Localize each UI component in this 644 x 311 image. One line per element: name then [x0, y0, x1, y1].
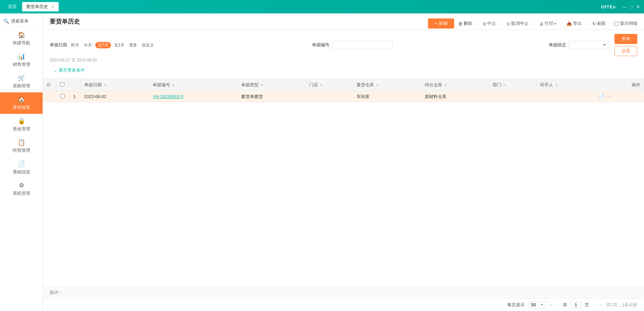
brand-label: OfTEn	[601, 4, 616, 9]
show-detail-checkbox-input[interactable]	[614, 21, 619, 26]
row-doc-date: 2023-06-02	[80, 91, 149, 102]
page-input[interactable]	[570, 301, 582, 308]
col-pending-warehouse-label: 待出仓库	[425, 82, 442, 87]
col-department[interactable]: 部门 ⇅	[489, 79, 537, 91]
col-req-warehouse[interactable]: 要货仓库 ⇅	[353, 79, 421, 91]
expand-more-btn[interactable]: ⌄ 展开更多条件	[50, 66, 89, 75]
filter-area: 单据日期 昨天 今天 近7天 近1月 更多 自定义 单据编号	[43, 30, 644, 79]
col-doc-no[interactable]: 单据编号 ⇅	[149, 79, 238, 91]
refresh-button[interactable]: ↻ 刷新	[590, 19, 608, 28]
sort-department-icon[interactable]: ⇅	[503, 83, 506, 87]
sidebar-item-purchase-mgmt[interactable]: 🛒 采购管理	[0, 71, 43, 92]
date-btn-yesterday[interactable]: 昨天	[70, 42, 80, 48]
col-doc-date-label: 单据日期	[84, 82, 102, 87]
tab-home[interactable]: 首页	[4, 2, 21, 11]
col-doc-no-label: 单据编号	[153, 82, 170, 87]
date-range-text: 2023-05-27 至 2023-06-02	[50, 57, 97, 63]
export-button[interactable]: 📤 导出	[565, 19, 584, 28]
new-button[interactable]: + 新增	[428, 18, 454, 29]
export-icon: 📤	[567, 21, 572, 26]
sidebar-item-system-mgmt[interactable]: ⚙ 系统管理	[0, 178, 43, 200]
sidebar-item-operations-mgmt[interactable]: 📋 经营管理	[0, 135, 43, 157]
page-size-label: 每页显示	[507, 302, 525, 308]
print-button[interactable]: 🖨 打印 ▾	[537, 19, 558, 28]
purchase-mgmt-icon: 🛒	[18, 74, 25, 82]
settings-gear-icon[interactable]: ⚙	[46, 82, 51, 88]
doc-no-label: 单据编号	[312, 42, 329, 48]
sidebar-item-basic-info[interactable]: 📄 基础信息	[0, 157, 43, 178]
select-all-checkbox[interactable]	[60, 82, 64, 87]
date-btn-more[interactable]: 更多	[128, 42, 139, 48]
show-detail-label: 显示明细	[620, 20, 637, 27]
first-page-btn[interactable]: «	[548, 302, 553, 308]
sidebar-item-inventory[interactable]: 🏠 库存核算	[0, 92, 43, 114]
sidebar: 🔍 搜索菜单 🏠 快捷导航 📊 销售管理 🛒 采购管理 🏠 库存核算 🔒 资金管…	[0, 13, 43, 311]
date-btn-last-month[interactable]: 近1月	[113, 42, 126, 48]
date-filter-label: 单据日期	[50, 42, 67, 48]
close-window-btn[interactable]: ✕	[636, 4, 640, 9]
sidebar-item-sales-mgmt[interactable]: 📊 销售管理	[0, 49, 43, 71]
sort-store-icon[interactable]: ⇅	[320, 83, 322, 87]
row-more-btn[interactable]: ⋯	[607, 93, 612, 100]
sidebar-item-label-sales: 销售管理	[13, 61, 30, 68]
doc-status-label: 单据状态	[549, 42, 566, 48]
doc-status-select[interactable]: 待处理 已完成 已中止	[569, 41, 609, 49]
date-btn-last7days[interactable]: 近7天	[95, 42, 111, 48]
settings-button[interactable]: 设置	[614, 46, 637, 56]
col-handler[interactable]: 经手人 ⇅	[537, 79, 594, 91]
col-doc-date[interactable]: 单据日期 ⇅	[80, 79, 149, 91]
date-btn-custom[interactable]: 自定义	[141, 42, 155, 48]
row-checkbox[interactable]	[60, 94, 65, 98]
row-department	[489, 91, 537, 102]
row-pending-warehouse: 原材料仓库	[421, 91, 489, 102]
row-handler	[537, 91, 594, 102]
basic-info-icon: 📄	[18, 160, 25, 168]
minimize-btn[interactable]: —	[623, 4, 627, 9]
col-handler-label: 经手人	[540, 82, 553, 87]
row-checkbox-cell[interactable]	[56, 91, 68, 102]
sidebar-item-label-quick-nav: 快捷导航	[13, 40, 30, 46]
page-size-select[interactable]: 10 20 50 100	[529, 301, 545, 308]
col-store[interactable]: 门店 ⇅	[306, 79, 353, 91]
col-pending-warehouse[interactable]: 待出仓库 ⇅	[421, 79, 489, 91]
next-page-btn[interactable]: ›	[592, 302, 596, 308]
sort-handler-icon[interactable]: ⇅	[555, 83, 558, 87]
data-table: ⚙ 单据日期 ⇅ 单据编号 ⇅	[43, 79, 644, 102]
row-num: 1	[68, 91, 80, 102]
sort-pending-warehouse-icon[interactable]: ⇅	[444, 83, 447, 87]
last-page-btn[interactable]: »	[598, 302, 603, 308]
sort-req-warehouse-icon[interactable]: ⇅	[376, 83, 379, 87]
show-detail-toggle[interactable]: 显示明细	[614, 20, 637, 27]
sidebar-search[interactable]: 🔍 搜索菜单	[0, 16, 43, 27]
sort-doc-no-icon[interactable]: ⇅	[172, 83, 175, 87]
print-dropdown-icon: ▾	[554, 22, 556, 26]
sidebar-item-finance-mgmt[interactable]: 🔒 资金管理	[0, 114, 43, 135]
prev-page-btn[interactable]: ‹	[556, 302, 560, 308]
tab-requisition-history[interactable]: 要货单历史 ✕	[22, 2, 59, 11]
quick-nav-icon: 🏠	[18, 31, 25, 39]
cancel-stop-button[interactable]: ⊙ 取消中止	[504, 19, 531, 28]
maximize-btn[interactable]: □	[630, 4, 633, 9]
doc-status-filter-group: 单据状态 待处理 已完成 已中止	[549, 41, 609, 49]
tab-close-icon[interactable]: ✕	[50, 4, 55, 9]
tab-home-label: 首页	[8, 4, 17, 10]
operations-mgmt-icon: 📋	[18, 139, 25, 146]
col-settings[interactable]: ⚙	[43, 79, 56, 91]
row-view-btn[interactable]: 📄	[598, 93, 605, 100]
row-store	[306, 91, 353, 102]
sidebar-item-label-inventory: 库存核算	[13, 104, 30, 110]
row-doc-no[interactable]: YH-20230602-0	[149, 91, 238, 102]
stop-button[interactable]: ⊘ 中止	[481, 19, 498, 28]
date-btn-today[interactable]: 今天	[83, 42, 93, 48]
col-num	[68, 79, 80, 91]
col-doc-type[interactable]: 单据类型 ⇅	[237, 79, 306, 91]
sort-doc-date-icon[interactable]: ⇅	[103, 83, 106, 87]
sidebar-item-quick-nav[interactable]: 🏠 快捷导航	[0, 28, 43, 49]
delete-button[interactable]: 🗑 删除	[456, 19, 474, 28]
search-icon: 🔍	[3, 18, 9, 24]
col-checkbox[interactable]	[56, 79, 68, 91]
query-button[interactable]: 查询	[614, 34, 637, 44]
table-area: ⚙ 单据日期 ⇅ 单据编号 ⇅	[43, 79, 644, 286]
doc-no-input[interactable]	[332, 41, 392, 49]
sort-doc-type-icon[interactable]: ⇅	[261, 83, 263, 87]
